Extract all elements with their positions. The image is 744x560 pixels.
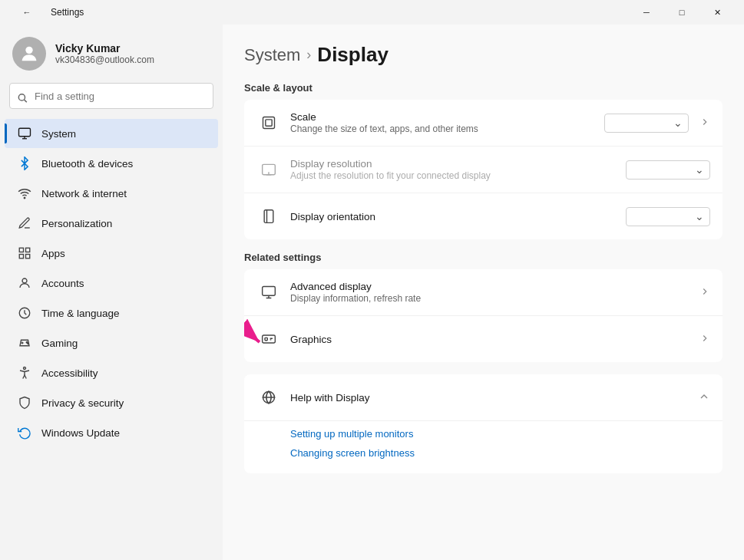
accounts-nav-icon bbox=[17, 275, 32, 291]
minimize-button[interactable]: ─ bbox=[629, 0, 664, 25]
sidebar-item-label: Gaming bbox=[41, 338, 78, 349]
sidebar-item-label: System bbox=[41, 128, 76, 140]
scale-dropdown-wrap bbox=[604, 114, 689, 133]
resolution-icon bbox=[256, 157, 281, 182]
titlebar-title: Settings bbox=[51, 7, 84, 18]
advanced_display-icon bbox=[256, 280, 281, 305]
sidebar-item-bluetooth[interactable]: Bluetooth & devices bbox=[5, 149, 218, 178]
svg-rect-23 bbox=[264, 210, 273, 223]
svg-rect-10 bbox=[26, 255, 30, 259]
help-link-setup_monitors[interactable]: Setting up multiple monitors bbox=[290, 424, 710, 443]
graphics-icon bbox=[256, 327, 281, 351]
breadcrumb-current: Display bbox=[317, 43, 389, 67]
sidebar-item-label: Privacy & security bbox=[41, 397, 124, 409]
minimize-icon: ─ bbox=[643, 8, 650, 17]
scale-dropdown[interactable] bbox=[604, 114, 689, 133]
time-nav-icon bbox=[17, 305, 32, 321]
svg-point-6 bbox=[24, 197, 25, 199]
svg-rect-29 bbox=[263, 335, 276, 343]
orientation-dropdown[interactable] bbox=[626, 207, 710, 226]
sidebar-item-update[interactable]: Windows Update bbox=[5, 418, 218, 447]
sidebar-item-privacy[interactable]: Privacy & security bbox=[5, 388, 218, 417]
scale-icon bbox=[256, 110, 281, 135]
related-settings-label: Related settings bbox=[244, 252, 723, 263]
user-profile[interactable]: Vicky Kumar vk304836@outlook.com bbox=[0, 25, 223, 80]
back-icon: ← bbox=[23, 8, 31, 17]
resolution-subtitle: Adjust the resolution to fit your connec… bbox=[290, 170, 626, 181]
breadcrumb-separator: › bbox=[306, 47, 311, 63]
orientation-control bbox=[626, 207, 710, 226]
advanced_display-control bbox=[693, 286, 710, 299]
sidebar-item-label: Bluetooth & devices bbox=[41, 158, 133, 170]
titlebar-left: ← Settings bbox=[9, 0, 84, 25]
nav-list: System Bluetooth & devices Network & int… bbox=[0, 118, 223, 448]
scale-subtitle: Change the size of text, apps, and other… bbox=[290, 124, 604, 134]
app-body: Vicky Kumar vk304836@outlook.com System … bbox=[0, 25, 744, 560]
settings-row-orientation[interactable]: Display orientation bbox=[244, 193, 723, 239]
sidebar-item-label: Windows Update bbox=[41, 427, 120, 439]
sidebar-item-label: Accessibility bbox=[41, 367, 98, 379]
sidebar-item-label: Time & language bbox=[41, 308, 120, 319]
sidebar-item-accounts[interactable]: Accounts bbox=[5, 268, 218, 298]
chevron-right-icon bbox=[699, 333, 710, 346]
sidebar-item-apps[interactable]: Apps bbox=[5, 239, 218, 268]
related-row-advanced_display[interactable]: Advanced display Display information, re… bbox=[244, 269, 723, 316]
resolution-control bbox=[626, 160, 710, 180]
sidebar-item-label: Apps bbox=[41, 248, 65, 259]
help-icon bbox=[256, 385, 281, 410]
help-display-card: Help with Display Setting up multiple mo… bbox=[244, 374, 723, 473]
scale-layout-label: Scale & layout bbox=[244, 82, 723, 94]
svg-rect-7 bbox=[19, 248, 23, 252]
orientation-dropdown-wrap bbox=[626, 207, 710, 226]
svg-point-0 bbox=[25, 47, 32, 54]
close-button[interactable]: ✕ bbox=[699, 0, 735, 25]
personalization-nav-icon bbox=[17, 216, 32, 231]
settings-row-scale[interactable]: Scale Change the size of text, apps, and… bbox=[244, 100, 723, 147]
orientation-title: Display orientation bbox=[290, 211, 626, 222]
svg-point-17 bbox=[24, 367, 26, 370]
gaming-nav-icon bbox=[17, 335, 32, 351]
titlebar-controls: ─ □ ✕ bbox=[629, 0, 735, 25]
related-row-graphics[interactable]: Graphics bbox=[244, 316, 723, 362]
sidebar-item-label: Personalization bbox=[41, 218, 112, 229]
sidebar-item-label: Accounts bbox=[41, 278, 84, 289]
svg-rect-3 bbox=[19, 128, 31, 137]
orientation-icon bbox=[256, 204, 281, 229]
system-nav-icon bbox=[17, 126, 32, 141]
content-area: System › Display Scale & layout Scale Ch… bbox=[223, 25, 744, 560]
graphics-title: Graphics bbox=[290, 334, 693, 345]
chevron-up-icon bbox=[698, 390, 710, 405]
resolution-dropdown-wrap bbox=[626, 160, 710, 180]
scale-control bbox=[604, 114, 710, 133]
svg-rect-19 bbox=[266, 120, 272, 126]
apps-nav-icon bbox=[17, 245, 32, 261]
settings-row-resolution[interactable]: Display resolution Adjust the resolution… bbox=[244, 147, 723, 193]
back-button[interactable]: ← bbox=[9, 0, 45, 25]
accessibility-nav-icon bbox=[17, 365, 32, 380]
sidebar-item-network[interactable]: Network & internet bbox=[5, 179, 218, 208]
sidebar-item-system[interactable]: System bbox=[5, 119, 218, 148]
help-header[interactable]: Help with Display bbox=[244, 374, 723, 420]
help-links: Setting up multiple monitorsChanging scr… bbox=[244, 420, 723, 473]
resolution-dropdown[interactable] bbox=[626, 160, 710, 180]
graphics-control bbox=[693, 333, 710, 346]
search-container bbox=[0, 80, 223, 118]
search-input[interactable] bbox=[9, 83, 213, 109]
sidebar-item-gaming[interactable]: Gaming bbox=[5, 328, 218, 357]
svg-rect-30 bbox=[265, 338, 267, 340]
sidebar-item-label: Network & internet bbox=[41, 188, 127, 199]
advanced_display-title: Advanced display bbox=[290, 281, 693, 292]
network-nav-icon bbox=[17, 186, 32, 201]
help-title: Help with Display bbox=[290, 392, 698, 404]
sidebar-item-accessibility[interactable]: Accessibility bbox=[5, 358, 218, 387]
maximize-button[interactable]: □ bbox=[664, 0, 699, 25]
sidebar-item-time[interactable]: Time & language bbox=[5, 298, 218, 328]
related-settings-card: Advanced display Display information, re… bbox=[244, 269, 723, 362]
user-info: Vicky Kumar vk304836@outlook.com bbox=[55, 42, 154, 65]
help-link-change_brightness[interactable]: Changing screen brightness bbox=[290, 443, 710, 463]
sidebar-item-personalization[interactable]: Personalization bbox=[5, 209, 218, 238]
svg-rect-26 bbox=[263, 287, 276, 296]
svg-rect-18 bbox=[263, 117, 275, 129]
related-settings-section: Related settings Advanced display bbox=[244, 252, 723, 362]
sidebar: Vicky Kumar vk304836@outlook.com System … bbox=[0, 25, 223, 560]
